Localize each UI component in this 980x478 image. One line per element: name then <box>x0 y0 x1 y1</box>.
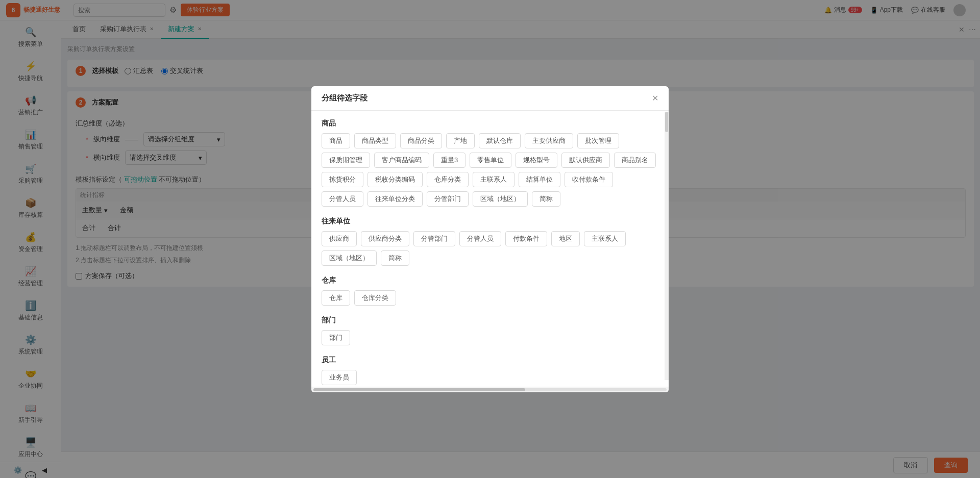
field-tag-1-6[interactable]: 主联系人 <box>584 231 626 246</box>
field-tag-2-0[interactable]: 仓库 <box>322 290 350 306</box>
field-tag-4-0[interactable]: 业务员 <box>322 370 357 385</box>
modal-dialog: 分组待选字段 ✕ 商品商品商品类型商品分类产地默认仓库主要供应商批次管理保质期管… <box>311 86 669 392</box>
field-tag-1-8[interactable]: 简称 <box>381 250 409 266</box>
field-tags-4: 业务员 <box>322 370 658 385</box>
field-group-title-1: 往来单位 <box>322 217 658 226</box>
field-tag-0-0[interactable]: 商品 <box>322 133 350 148</box>
field-group-0: 商品商品商品类型商品分类产地默认仓库主要供应商批次管理保质期管理客户商品编码重量… <box>322 119 658 207</box>
field-tag-0-6[interactable]: 批次管理 <box>577 133 619 148</box>
modal-overlay[interactable]: 分组待选字段 ✕ 商品商品商品类型商品分类产地默认仓库主要供应商批次管理保质期管… <box>0 0 980 478</box>
field-tag-0-22[interactable]: 分管部门 <box>427 191 469 207</box>
field-tag-0-1[interactable]: 商品类型 <box>354 133 396 148</box>
field-tag-0-8[interactable]: 客户商品编码 <box>374 153 429 168</box>
field-tag-2-1[interactable]: 仓库分类 <box>354 290 396 306</box>
field-tag-0-2[interactable]: 商品分类 <box>400 133 442 148</box>
field-tag-1-1[interactable]: 供应商分类 <box>361 231 409 246</box>
field-group-4: 员工业务员 <box>322 356 658 385</box>
field-tag-0-16[interactable]: 仓库分类 <box>427 172 469 187</box>
field-tag-0-18[interactable]: 结算单位 <box>519 172 560 187</box>
modal-title: 分组待选字段 <box>322 93 368 103</box>
field-tag-1-3[interactable]: 分管人员 <box>459 231 501 246</box>
field-tag-0-3[interactable]: 产地 <box>446 133 475 148</box>
field-tag-1-5[interactable]: 地区 <box>551 231 580 246</box>
field-tag-0-17[interactable]: 主联系人 <box>473 172 514 187</box>
field-tags-1: 供应商供应商分类分管部门分管人员付款条件地区主联系人区域（地区）简称 <box>322 231 658 266</box>
field-tag-0-14[interactable]: 拣货积分 <box>322 172 363 187</box>
field-tags-0: 商品商品类型商品分类产地默认仓库主要供应商批次管理保质期管理客户商品编码重量3零… <box>322 133 658 207</box>
field-group-3: 部门部门 <box>322 316 658 345</box>
field-group-1: 往来单位供应商供应商分类分管部门分管人员付款条件地区主联系人区域（地区）简称 <box>322 217 658 266</box>
field-group-title-0: 商品 <box>322 119 658 128</box>
field-group-title-4: 员工 <box>322 356 658 365</box>
modal-close-button[interactable]: ✕ <box>652 93 658 103</box>
field-tag-3-0[interactable]: 部门 <box>322 330 350 345</box>
field-tag-1-2[interactable]: 分管部门 <box>413 231 455 246</box>
field-tag-0-7[interactable]: 保质期管理 <box>322 153 370 168</box>
field-tag-0-21[interactable]: 往来单位分类 <box>368 191 423 207</box>
field-tag-0-9[interactable]: 重量3 <box>433 153 465 168</box>
field-tag-0-5[interactable]: 主要供应商 <box>525 133 573 148</box>
modal-horizontal-scrollbar[interactable] <box>311 387 669 392</box>
field-tag-0-15[interactable]: 税收分类编码 <box>368 172 423 187</box>
field-group-title-2: 仓库 <box>322 276 658 285</box>
field-tag-1-7[interactable]: 区域（地区） <box>322 250 377 266</box>
field-tag-0-4[interactable]: 默认仓库 <box>479 133 521 148</box>
field-tag-0-23[interactable]: 区域（地区） <box>473 191 528 207</box>
field-tag-0-10[interactable]: 零售单位 <box>470 153 511 168</box>
field-group-2: 仓库仓库仓库分类 <box>322 276 658 306</box>
field-tags-2: 仓库仓库分类 <box>322 290 658 306</box>
modal-body[interactable]: 商品商品商品类型商品分类产地默认仓库主要供应商批次管理保质期管理客户商品编码重量… <box>311 111 669 387</box>
field-tag-0-11[interactable]: 规格型号 <box>516 153 557 168</box>
modal-header: 分组待选字段 ✕ <box>311 86 669 111</box>
field-tags-3: 部门 <box>322 330 658 345</box>
field-tag-0-19[interactable]: 收付款条件 <box>565 172 613 187</box>
field-tag-0-24[interactable]: 简称 <box>532 191 560 207</box>
field-tag-1-0[interactable]: 供应商 <box>322 231 357 246</box>
field-tag-0-12[interactable]: 默认供应商 <box>561 153 610 168</box>
field-group-title-3: 部门 <box>322 316 658 325</box>
field-tag-0-20[interactable]: 分管人员 <box>322 191 363 207</box>
field-tag-0-13[interactable]: 商品别名 <box>614 153 656 168</box>
field-tag-1-4[interactable]: 付款条件 <box>505 231 547 246</box>
